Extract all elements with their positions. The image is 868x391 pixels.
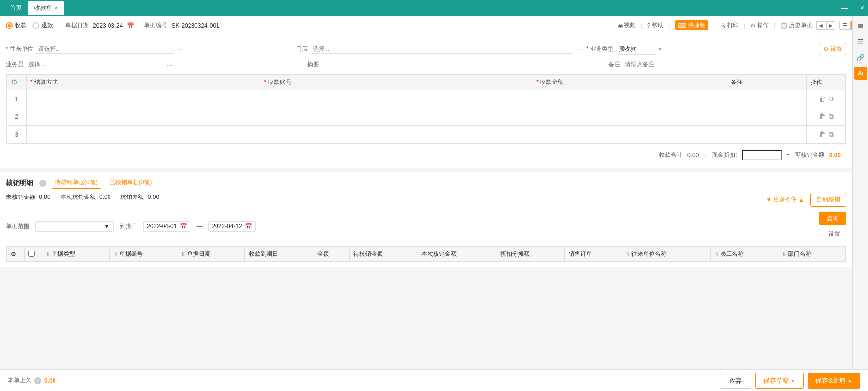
range-select[interactable]: ▼ bbox=[35, 221, 114, 232]
radio-tuidan[interactable]: 退款 bbox=[32, 21, 53, 29]
store-input[interactable] bbox=[311, 44, 573, 54]
recon-header: 核销明细 i 待核销单据(0笔) 已核销单据(0笔) bbox=[6, 177, 846, 189]
amount-col-header: 金额 bbox=[313, 247, 349, 262]
print-btn[interactable]: 🖨 打印 bbox=[720, 21, 739, 29]
sort-customer: ⇅ bbox=[626, 252, 630, 257]
sidebar-list-icon[interactable]: ☰ bbox=[854, 35, 867, 48]
range-label: 单据范围 bbox=[6, 223, 29, 231]
minimize-icon[interactable]: — bbox=[841, 4, 848, 12]
staff-name-header: ⇅ 员工名称 bbox=[710, 247, 778, 262]
account-2[interactable] bbox=[260, 108, 532, 126]
action-1: 🗑 ⧉ bbox=[807, 90, 846, 108]
video-icon: ◉ bbox=[618, 22, 623, 29]
settings-button[interactable]: ⚙ 设置 bbox=[819, 43, 846, 55]
tab-home[interactable]: 首页 bbox=[4, 1, 27, 15]
sort-doc-num: ⇅ bbox=[114, 252, 118, 257]
recon-tab-pending[interactable]: 待核销单据(0笔) bbox=[52, 177, 101, 189]
bottom-table-header: ⚙ ⇅ 单据类型 ⇅ 单据编号 bbox=[7, 247, 846, 262]
date-from-input[interactable]: 2022-04-01 📅 bbox=[143, 221, 190, 232]
settlement-1[interactable] bbox=[27, 90, 260, 108]
customer-ellipsis[interactable]: ··· bbox=[177, 45, 183, 53]
sort-dept: ⇅ bbox=[782, 252, 786, 257]
sort-doc-type: ⇅ bbox=[46, 252, 50, 257]
customer-field: 往来单位 ··· bbox=[6, 44, 292, 54]
more-conditions-btn[interactable]: ▼ 更多条件 ▲ bbox=[766, 196, 804, 204]
sidebar-table-icon[interactable]: ▦ bbox=[854, 20, 867, 32]
store-ellipsis[interactable]: ··· bbox=[576, 45, 582, 53]
customer-name-header: ⇅ 往来单位名称 bbox=[622, 247, 710, 262]
next-arrow[interactable]: ▶ bbox=[826, 21, 835, 30]
doc-type-header: ⇅ 单据类型 bbox=[42, 247, 110, 262]
bottom-table: ⚙ ⇅ 单据类型 ⇅ 单据编号 bbox=[6, 247, 846, 262]
copy-icon-3[interactable]: ⧉ bbox=[829, 130, 834, 139]
remark-1[interactable] bbox=[727, 90, 807, 108]
sales-order-header: 销售订单 bbox=[564, 247, 622, 262]
close-icon[interactable]: × bbox=[860, 4, 864, 12]
customer-input[interactable] bbox=[36, 44, 174, 54]
date-to-input[interactable]: 2022-04-12 📅 bbox=[208, 221, 255, 232]
remark-3[interactable] bbox=[727, 126, 807, 143]
date-value: 2023-03-24 bbox=[93, 22, 123, 29]
amount-2[interactable] bbox=[532, 108, 727, 126]
copy-icon-1[interactable]: ⧉ bbox=[829, 95, 834, 103]
amount-header: 收款金额 bbox=[532, 75, 727, 90]
remark-2[interactable] bbox=[727, 108, 807, 126]
maximize-icon[interactable]: □ bbox=[852, 4, 856, 12]
account-1[interactable] bbox=[260, 90, 532, 108]
operate-btn[interactable]: ⚙ 操作 bbox=[750, 21, 769, 29]
table-gear-icon[interactable]: ⚙ bbox=[11, 78, 18, 86]
amount-1[interactable] bbox=[532, 90, 727, 108]
settlement-2[interactable] bbox=[27, 108, 260, 126]
staff-field: 业务员 ··· bbox=[6, 60, 303, 69]
business-type-select[interactable]: 预收款 ▼ bbox=[617, 44, 663, 55]
tab-current[interactable]: 收款单 × bbox=[28, 1, 64, 15]
tab-close-icon[interactable]: × bbox=[55, 5, 58, 11]
history-btn[interactable]: 📋 历史单据 bbox=[780, 21, 813, 29]
help-btn[interactable]: ? 帮助 bbox=[647, 21, 664, 29]
gear-column: ⚙ bbox=[7, 75, 27, 90]
calendar-icon[interactable]: 📅 bbox=[127, 22, 134, 29]
radio-shoukuan[interactable]: 收款 bbox=[6, 21, 27, 29]
list-view-btn[interactable]: ☰ bbox=[840, 21, 851, 29]
form-row-2: 业务员 ··· 摘要 备注 bbox=[6, 57, 846, 72]
delete-icon-2[interactable]: 🗑 bbox=[819, 112, 826, 121]
sidebar-attachment-icon[interactable]: 🔗 bbox=[854, 51, 867, 64]
equals-sign: = bbox=[787, 152, 790, 159]
action-2: 🗑 ⧉ bbox=[807, 108, 846, 126]
query-button[interactable]: 查询 bbox=[819, 212, 846, 225]
shortcut-btn[interactable]: ⌨ 快捷键 bbox=[675, 20, 708, 30]
video-btn[interactable]: ◉ 视频 bbox=[618, 21, 636, 29]
delete-icon-3[interactable]: 🗑 bbox=[819, 130, 826, 139]
number-value: SK-20230324-001 bbox=[171, 22, 219, 29]
staff-ellipsis[interactable]: ··· bbox=[167, 61, 173, 69]
recon-tab-done[interactable]: 已核销单据(0笔) bbox=[107, 177, 155, 189]
delete-icon-1[interactable]: 🗑 bbox=[819, 95, 826, 103]
staff-input[interactable] bbox=[27, 60, 164, 69]
doc-date-header: ⇅ 单据日期 bbox=[177, 247, 245, 262]
history-icon: 📋 bbox=[780, 22, 787, 29]
tab-bar: 首页 收款单 × — □ × bbox=[0, 0, 868, 16]
gear-bottom-icon[interactable]: ⚙ bbox=[11, 251, 16, 258]
select-all-checkbox[interactable] bbox=[28, 251, 35, 257]
radio-tuidan-dot bbox=[32, 22, 39, 29]
shortcut-icon: ⌨ bbox=[678, 22, 686, 29]
account-3[interactable] bbox=[260, 126, 532, 143]
settings-small-button[interactable]: 设置 bbox=[822, 227, 846, 241]
discount-label: 现金折扣: bbox=[712, 151, 737, 159]
amount-3[interactable] bbox=[532, 126, 727, 143]
remark-input[interactable] bbox=[623, 60, 846, 69]
auto-recon-button[interactable]: 自动核销 bbox=[810, 193, 846, 207]
scroll-area: 往来单位 ··· 门店 ··· 业务类型 预收款 ▼ ⚙ 设置 bbox=[0, 35, 868, 292]
copy-icon-2[interactable]: ⧉ bbox=[829, 112, 834, 121]
sidebar-camera-icon[interactable]: Ai bbox=[854, 67, 867, 80]
settlement-3[interactable] bbox=[27, 126, 260, 143]
row-num-1: 1 bbox=[7, 90, 27, 108]
doc-num-header: ⇅ 单据编号 bbox=[109, 247, 177, 262]
table-row: 3 🗑 ⧉ bbox=[7, 126, 846, 143]
prev-arrow[interactable]: ◀ bbox=[816, 21, 825, 30]
business-type-value: 预收款 bbox=[617, 44, 656, 55]
sort-staff: ⇅ bbox=[715, 252, 719, 257]
summary-input[interactable] bbox=[322, 60, 605, 69]
discount-input[interactable] bbox=[742, 150, 782, 160]
recon-info-icon[interactable]: i bbox=[39, 180, 46, 187]
